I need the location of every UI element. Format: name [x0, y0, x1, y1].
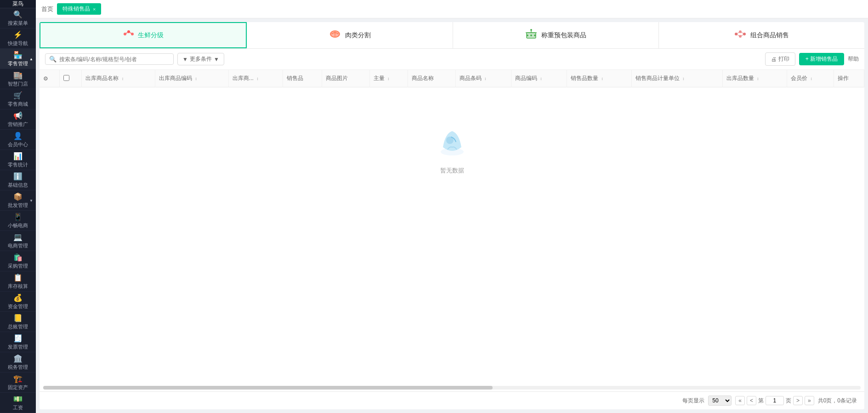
col-out-code[interactable]: 出库商品编码 ↕	[155, 70, 229, 87]
sidebar-item-retail-mall[interactable]: 🛒 零售商城	[0, 89, 36, 109]
col-out-qty[interactable]: 出库品数量 ↕	[722, 70, 787, 87]
sidebar-item-mini-program[interactable]: 📱 小畅电商	[0, 211, 36, 231]
sidebar-item-label: 小畅电商	[8, 222, 28, 229]
sidebar-item-label: 零售管理	[8, 60, 28, 67]
sidebar-item-label: 资金管理	[8, 303, 28, 310]
sort-arrows-icon: ↕	[256, 76, 259, 81]
sidebar-item-ecommerce-mgmt[interactable]: 💻 电商管理	[0, 231, 36, 251]
retail-stats-icon: 📊	[13, 152, 23, 161]
sort-arrows-icon: ↕	[811, 76, 813, 81]
col-sale-qty[interactable]: 销售品数量 ↕	[567, 70, 632, 87]
tab-combo-sale-label: 组合商品销售	[750, 31, 789, 40]
sidebar-item-quick-nav[interactable]: ⚡ 快捷导航	[0, 29, 36, 49]
sidebar-item-purchase-mgmt[interactable]: 🛍️ 采购管理	[0, 251, 36, 271]
tab-fresh-grade[interactable]: 生鲜分级	[40, 22, 247, 48]
filter-icon: ▼	[182, 56, 188, 63]
last-page-button[interactable]: »	[805, 396, 814, 405]
sort-arrows-icon: ↕	[484, 76, 487, 81]
col-member-price[interactable]: 会员价 ↕	[787, 70, 834, 87]
page-inner: 生鲜分级 肉类分割	[40, 22, 864, 409]
col-goods-barcode[interactable]: 商品条码 ↕	[455, 70, 511, 87]
fresh-grade-icon	[123, 29, 134, 41]
retail-mall-icon: 🛒	[13, 91, 23, 100]
page-number-input[interactable]	[766, 396, 784, 405]
sidebar-item-smart-store[interactable]: 🏬 智慧门店	[0, 69, 36, 89]
col-out-name[interactable]: 出库商品名称 ↕	[82, 70, 155, 87]
total-records-label: 共0页，0条记录	[818, 397, 857, 405]
sidebar-item-label: 会员中心	[8, 141, 28, 148]
sidebar-item-label: 基础信息	[8, 182, 28, 189]
sidebar-item-general-ledger[interactable]: 📒 总账管理	[0, 312, 36, 332]
sidebar-item-sales-promo[interactable]: 📢 营销推广	[0, 109, 36, 130]
col-main-weight[interactable]: 主量 ↕	[369, 70, 408, 87]
tab-weighed-prepack-label: 称重预包装商品	[541, 31, 586, 40]
col-sale-goods[interactable]: 销售品	[283, 70, 322, 87]
new-sale-button[interactable]: + 新增销售品	[799, 53, 844, 65]
sidebar-item-member-center[interactable]: 👤 会员中心	[0, 130, 36, 150]
sidebar-item-label: 工资	[13, 404, 23, 411]
sidebar-item-fixed-assets[interactable]: 🏗️ 固定资产	[0, 373, 36, 393]
per-page-select[interactable]: 102050100	[708, 396, 732, 406]
sidebar-item-retail-mgmt[interactable]: 🏪 零售管理	[0, 49, 36, 69]
basic-info-icon: ℹ️	[13, 172, 23, 181]
active-tab-label: 特殊销售品	[62, 5, 90, 13]
col-checkbox[interactable]	[60, 70, 82, 87]
col-goods-name[interactable]: 商品名称	[408, 70, 455, 87]
sidebar-item-wages[interactable]: 💵 工资	[0, 393, 36, 413]
new-sale-label: + 新增销售品	[806, 55, 838, 63]
sort-arrows-icon: ↕	[682, 76, 685, 81]
col-settings[interactable]: ⚙	[40, 70, 60, 87]
sidebar: 菜鸟 🔍 搜索菜单 ⚡ 快捷导航 🏪 零售管理 🏬 智慧门店 🛒 零售商城 📢 …	[0, 0, 36, 413]
scroll-thumb[interactable]	[43, 386, 493, 390]
sidebar-item-tax-mgmt[interactable]: 🏛️ 税务管理	[0, 352, 36, 373]
active-tab[interactable]: 特殊销售品 ×	[57, 3, 101, 15]
select-all-checkbox[interactable]	[63, 75, 69, 81]
filter-label: 更多条件	[190, 55, 212, 63]
sidebar-item-label: 电商管理	[8, 242, 28, 249]
sidebar-item-wholesale-mgmt[interactable]: 📦 批发管理	[0, 190, 36, 211]
next-page-button[interactable]: >	[793, 396, 803, 405]
retail-mgmt-icon: 🏪	[13, 51, 23, 59]
sidebar-item-inventory-check[interactable]: 📋 库存核算	[0, 271, 36, 292]
sort-arrows-icon: ↕	[122, 76, 124, 81]
col-goods-img[interactable]: 商品图片	[322, 70, 369, 87]
first-page-button[interactable]: «	[735, 396, 745, 405]
print-button[interactable]: 🖨 打印	[765, 52, 795, 66]
help-button[interactable]: 帮助	[848, 55, 859, 63]
quick-nav-icon: ⚡	[13, 30, 23, 39]
col-sale-unit[interactable]: 销售商品计量单位 ↕	[631, 70, 722, 87]
sidebar-item-label: 搜索菜单	[8, 20, 28, 27]
tab-weighed-prepack[interactable]: 称重预包装商品	[453, 22, 659, 48]
page-label-pre: 第	[758, 397, 764, 405]
svg-point-13	[534, 34, 536, 36]
col-out-spec[interactable]: 出库商... ↕	[228, 70, 283, 87]
prev-page-button[interactable]: <	[747, 396, 756, 405]
toolbar-right: 🖨 打印 + 新增销售品 帮助	[765, 52, 859, 66]
sidebar-item-basic-info[interactable]: ℹ️ 基础信息	[0, 170, 36, 190]
tab-meat-cut[interactable]: 肉类分割	[247, 22, 453, 48]
sidebar-logo: 菜鸟	[0, 0, 36, 8]
svg-point-11	[527, 34, 528, 36]
tax-mgmt-icon: 🏛️	[13, 354, 23, 363]
tab-combo-sale[interactable]: 组合商品销售	[659, 22, 864, 48]
sort-arrows-icon: ↕	[601, 76, 603, 81]
home-link[interactable]: 首页	[41, 5, 53, 13]
member-center-icon: 👤	[13, 132, 23, 140]
svg-point-12	[530, 34, 532, 36]
filter-button[interactable]: ▼ 更多条件 ▼	[177, 53, 224, 65]
filter-arrow-icon: ▼	[214, 56, 219, 63]
sidebar-item-search-menu[interactable]: 🔍 搜索菜单	[0, 8, 36, 29]
sort-arrows-icon: ↕	[387, 76, 390, 81]
col-goods-code[interactable]: 商品编码 ↕	[511, 70, 567, 87]
horizontal-scrollbar[interactable]	[43, 386, 861, 390]
empty-state-text: 暂无数据	[440, 166, 464, 175]
sidebar-item-invoice-mgmt[interactable]: 🧾 发票管理	[0, 332, 36, 352]
search-input[interactable]	[59, 56, 170, 63]
search-menu-icon: 🔍	[13, 10, 23, 19]
search-box[interactable]: 🔍	[45, 53, 174, 65]
table-header-row: ⚙ 出库商品名称 ↕ 出库商品编码 ↕	[40, 70, 864, 87]
sidebar-item-finance-mgmt[interactable]: 💰 资金管理	[0, 292, 36, 312]
sidebar-item-retail-stats[interactable]: 📊 零售统计	[0, 150, 36, 170]
column-settings-icon: ⚙	[43, 75, 48, 82]
close-tab-button[interactable]: ×	[93, 6, 96, 12]
